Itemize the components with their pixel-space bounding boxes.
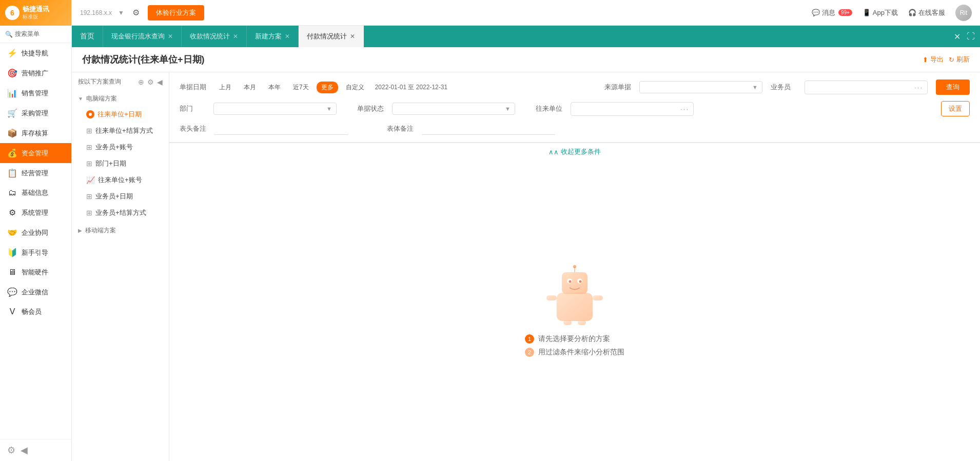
add-plan-icon[interactable]: ⊕ xyxy=(138,78,144,86)
messages-btn[interactable]: 💬 消息 99+ xyxy=(812,8,852,17)
collapse-filter-button[interactable]: ∧∧ 收起更多条件 xyxy=(169,143,980,161)
tab-payment-stats[interactable]: 付款情况统计 ✕ xyxy=(299,26,364,47)
header-note-input[interactable] xyxy=(214,123,348,135)
tab-receipts[interactable]: 收款情况统计 ✕ xyxy=(182,26,247,47)
tab-home[interactable]: 首页 xyxy=(72,26,103,47)
new-plan-tab-close-icon[interactable]: ✕ xyxy=(285,33,290,40)
doc-status-select[interactable]: ▼ xyxy=(392,103,515,115)
online-service-btn[interactable]: 🎧 在线客服 xyxy=(908,8,945,17)
topbar-gear-icon[interactable]: ⚙ xyxy=(132,8,140,17)
panel-item-dept-date[interactable]: ⊞ 部门+日期 xyxy=(72,155,169,172)
sidebar-item-hardware[interactable]: 🖥 智能硬件 xyxy=(0,263,71,282)
body-note-label: 表体备注 xyxy=(387,124,414,133)
date-range-display: 2022-01-01 至 2022-12-31 xyxy=(375,83,447,92)
sidebar-item-basic-info[interactable]: 🗂 基础信息 xyxy=(0,183,71,203)
chart-icon-1: 📈 xyxy=(86,176,95,184)
sidebar-item-inventory[interactable]: 📦 库存核算 xyxy=(0,123,71,143)
finance-icon: 💰 xyxy=(7,148,17,158)
svg-rect-0 xyxy=(557,293,593,321)
app-download-btn[interactable]: 📱 App下载 xyxy=(863,8,898,17)
unit-date-radio-inner xyxy=(89,113,92,116)
home-tab-label: 首页 xyxy=(80,32,94,41)
refresh-label: 刷新 xyxy=(956,55,970,64)
source-select[interactable]: ▼ xyxy=(639,81,762,93)
sidebar-item-quick-nav[interactable]: ⚡ 快捷导航 xyxy=(0,43,71,63)
receipts-tab-label: 收款情况统计 xyxy=(190,32,230,41)
desktop-section-arrow-icon: ▼ xyxy=(78,96,83,102)
staff-filter-label: 业务员 xyxy=(771,83,796,92)
left-panel: 按以下方案查询 ⊕ ⚙ ◀ ▼ 电脑端方案 xyxy=(72,72,169,461)
receipts-tab-close-icon[interactable]: ✕ xyxy=(233,33,238,40)
page-header: 付款情况统计(往来单位+日期) ⬆ 导出 ↻ 刷新 xyxy=(72,47,980,72)
trial-industry-button[interactable]: 体验行业方案 xyxy=(148,5,204,21)
enterprise-icon: 🤝 xyxy=(7,228,17,237)
sidebar-item-weixin[interactable]: 💬 企业微信 xyxy=(0,282,71,302)
panel-item-unit-settle[interactable]: ⊞ 往来单位+结算方式 xyxy=(72,123,169,139)
content-area: 按以下方案查询 ⊕ ⚙ ◀ ▼ 电脑端方案 xyxy=(72,72,980,461)
collapse-sidebar-icon[interactable]: ◀ xyxy=(21,445,28,456)
staff-select[interactable]: ··· xyxy=(805,81,928,94)
panel-item-label: 业务员+账号 xyxy=(95,143,133,152)
search-menu[interactable]: 🔍 搜索菜单 xyxy=(0,26,71,43)
sidebar-item-enterprise[interactable]: 🤝 企业协同 xyxy=(0,223,71,243)
svg-point-4 xyxy=(569,280,572,283)
query-button[interactable]: 查询 xyxy=(936,79,970,95)
settings-footer-icon[interactable]: ⚙ xyxy=(7,445,15,456)
desktop-section-header[interactable]: ▼ 电脑端方案 xyxy=(72,91,169,106)
sidebar-item-operations[interactable]: 📋 经营管理 xyxy=(0,163,71,183)
panel-item-staff-acct[interactable]: ⊞ 业务员+账号 xyxy=(72,139,169,155)
cash-flow-tab-close-icon[interactable]: ✕ xyxy=(168,33,173,40)
unit-select[interactable]: ··· xyxy=(571,102,694,116)
table-icon-5: ⊞ xyxy=(86,209,92,217)
tabbar-right-actions: ✕ ⛶ xyxy=(949,26,980,47)
date-last-month-btn[interactable]: 上月 xyxy=(214,81,236,94)
dept-select[interactable]: ▼ xyxy=(213,103,337,115)
operations-icon: 📋 xyxy=(7,168,17,178)
manage-plan-icon[interactable]: ⚙ xyxy=(147,78,154,86)
date-more-btn[interactable]: 更多 xyxy=(317,82,338,93)
sidebar-item-guide[interactable]: 🔰 新手引导 xyxy=(0,243,71,263)
date-7days-btn[interactable]: 近7天 xyxy=(288,81,313,94)
guide-icon: 🔰 xyxy=(7,248,17,257)
panel-item-unit-date[interactable]: 往来单位+日期 xyxy=(72,106,169,123)
panel-item-staff-date[interactable]: ⊞ 业务员+日期 xyxy=(72,188,169,205)
sidebar-item-purchase[interactable]: 🛒 采购管理 xyxy=(0,103,71,123)
date-custom-btn[interactable]: 自定义 xyxy=(341,81,369,94)
message-icon: 💬 xyxy=(812,9,820,16)
sidebar-item-vip[interactable]: V 畅会员 xyxy=(0,302,71,322)
sidebar-item-sales[interactable]: 📊 销售管理 xyxy=(0,83,71,103)
mobile-section-header[interactable]: ▶ 移动端方案 xyxy=(72,223,169,238)
tip-number-2: 2 xyxy=(525,348,534,357)
sidebar-item-marketing[interactable]: 🎯 营销推广 xyxy=(0,63,71,83)
svg-rect-7 xyxy=(593,295,603,300)
date-this-month-btn[interactable]: 本月 xyxy=(239,81,261,94)
tab-cash-flow[interactable]: 现金银行流水查询 ✕ xyxy=(103,26,182,47)
export-button[interactable]: ⬆ 导出 xyxy=(923,55,944,64)
collapse-panel-icon[interactable]: ◀ xyxy=(157,78,163,86)
panel-item-unit-acct[interactable]: 📈 往来单位+账号 xyxy=(72,172,169,188)
sidebar-item-sys-mgmt[interactable]: ⚙ 系统管理 xyxy=(0,203,71,223)
body-note-input[interactable] xyxy=(422,123,555,135)
unit-dots[interactable]: ··· xyxy=(680,105,689,113)
mobile-section: ▶ 移动端方案 xyxy=(72,223,169,238)
brand-wrap: 畅捷通讯 标准版 xyxy=(23,5,49,21)
app-download-label: App下载 xyxy=(873,8,898,17)
unit-filter-label: 往来单位 xyxy=(536,104,562,113)
date-this-year-btn[interactable]: 本年 xyxy=(264,81,285,94)
payment-stats-tab-label: 付款情况统计 xyxy=(307,32,347,41)
empty-state: 1 请先选择要分析的方案 2 用过滤条件来缩小分析范围 xyxy=(169,161,980,461)
close-all-tabs-icon[interactable]: ✕ xyxy=(954,32,961,42)
panel-item-staff-settle[interactable]: ⊞ 业务员+结算方式 xyxy=(72,205,169,221)
sidebar-item-finance[interactable]: 💰 资金管理 xyxy=(0,143,71,163)
sidebar-item-label: 企业协同 xyxy=(22,228,48,237)
settings-button[interactable]: 设置 xyxy=(941,101,970,116)
sidebar-item-label: 基础信息 xyxy=(22,188,48,197)
refresh-button[interactable]: ↻ 刷新 xyxy=(949,55,970,64)
expand-tab-icon[interactable]: ⛶ xyxy=(967,32,975,41)
avatar[interactable]: Rit xyxy=(955,5,972,21)
tab-new-plan[interactable]: 新建方案 ✕ xyxy=(247,26,299,47)
payment-stats-tab-close-icon[interactable]: ✕ xyxy=(350,33,355,40)
left-panel-header: 按以下方案查询 ⊕ ⚙ ◀ xyxy=(72,72,169,91)
export-label: 导出 xyxy=(930,55,944,64)
staff-dots[interactable]: ··· xyxy=(914,84,923,91)
